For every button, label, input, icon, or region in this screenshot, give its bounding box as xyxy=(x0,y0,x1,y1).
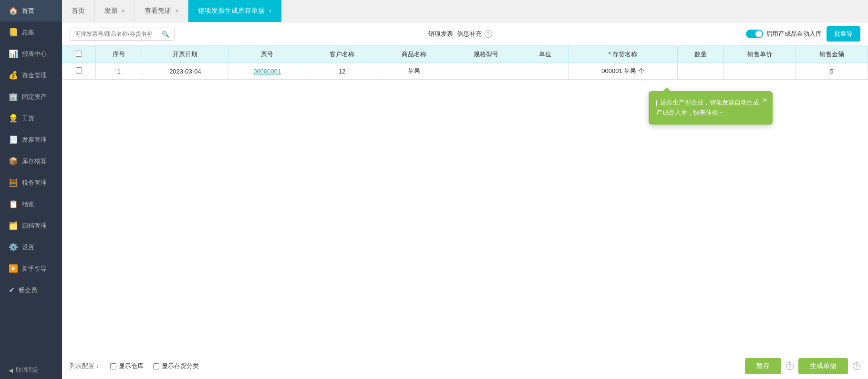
select-all-checkbox[interactable] xyxy=(76,51,82,57)
sidebar-item-home[interactable]: 🏠 首页 xyxy=(0,0,62,21)
cell-inventory: 000001 苹果 个 xyxy=(568,63,678,80)
batch-import-button[interactable]: 批量导 xyxy=(827,26,860,42)
tab-view-voucher[interactable]: 查看凭证 × xyxy=(135,0,188,22)
data-table: 序号 开票日期 票号 客户名称 商品名称 规格型号 单位 * 存货名称 数量 销… xyxy=(62,46,868,80)
col-checkbox xyxy=(62,46,96,63)
cell-spec xyxy=(450,63,522,80)
home-icon: 🏠 xyxy=(9,6,18,15)
payroll-icon: 👷 xyxy=(9,114,18,123)
bottom-bar: 列表配置： 显示仓库 显示存货分类 暂存 ? 生成单据 ? xyxy=(62,353,868,379)
show-warehouse-wrap: 显示仓库 xyxy=(110,362,144,370)
cell-checkbox[interactable] xyxy=(62,63,96,80)
tooltip-popup: 适合生产型企业，销项发票自动生成产成品入库，快来体验～ ✕ xyxy=(649,91,773,125)
ledger-icon: 📒 xyxy=(9,28,18,37)
sidebar-item-settlement[interactable]: 📋 结账 xyxy=(0,193,62,215)
tooltip-close-button[interactable]: ✕ xyxy=(762,95,768,105)
sidebar-item-inventory[interactable]: 📦 库存核算 xyxy=(0,150,62,172)
tab-sale-invoice-stock[interactable]: 销项发票生成库存单据 × xyxy=(188,0,282,22)
col-amount: 销售金额 xyxy=(796,46,868,63)
sidebar: 🏠 首页 📒 总账 📊 报表中心 💰 资金管理 🏢 固定资产 👷 工资 🧾 发票… xyxy=(0,0,62,379)
funds-icon: 💰 xyxy=(9,71,18,80)
save-help-icon[interactable]: ? xyxy=(786,362,794,370)
main-content: 首页 发票 × 查看凭证 × 销项发票生成库存单据 × 🔍 销项发票_信息补充 xyxy=(62,0,868,379)
sidebar-item-fixed-assets[interactable]: 🏢 固定资产 xyxy=(0,86,62,107)
col-qty: 数量 xyxy=(677,46,723,63)
col-price: 销售单价 xyxy=(724,46,796,63)
toolbar-right: 启用产成品自动入库 批量导 xyxy=(746,26,860,42)
show-inventory-category-checkbox[interactable] xyxy=(153,363,159,369)
sidebar-item-guide[interactable]: ▶️ 新手引导 xyxy=(0,258,62,279)
toolbar-left: 🔍 xyxy=(70,28,175,41)
save-button[interactable]: 暂存 xyxy=(745,358,781,374)
member-icon: ✔ xyxy=(9,285,15,295)
table-header-row: 序号 开票日期 票号 客户名称 商品名称 规格型号 单位 * 存货名称 数量 销… xyxy=(62,46,868,63)
show-inventory-category-label: 显示存货分类 xyxy=(162,362,199,370)
tooltip-text: 适合生产型企业，销项发票自动生成产成品入库，快来体验～ xyxy=(656,99,759,116)
toggle-label: 启用产成品自动入库 xyxy=(766,30,822,38)
sidebar-item-tax[interactable]: 🧮 税务管理 xyxy=(0,172,62,193)
search-icon: 🔍 xyxy=(162,31,169,38)
show-inventory-category-wrap: 显示存货分类 xyxy=(153,362,199,370)
settings-icon: ⚙️ xyxy=(9,242,18,252)
col-unit: 单位 xyxy=(522,46,568,63)
inventory-icon: 📦 xyxy=(9,157,18,166)
show-warehouse-label: 显示仓库 xyxy=(119,362,144,370)
cell-unit xyxy=(522,63,568,80)
cell-amount: 5 xyxy=(796,63,868,80)
cell-product: 苹果 xyxy=(378,63,450,80)
sidebar-item-funds[interactable]: 💰 资金管理 xyxy=(0,64,62,86)
generate-button[interactable]: 生成单据 xyxy=(798,358,848,374)
config-label: 列表配置： xyxy=(70,362,101,370)
cell-seq: 1 xyxy=(96,63,142,80)
col-inventory: * 存货名称 xyxy=(568,46,678,63)
archive-icon: 🗂️ xyxy=(9,221,18,230)
info-help-icon[interactable]: ? xyxy=(485,30,492,38)
table-row: 1 2023-03-04 00000001 12 苹果 000001 苹果 个 … xyxy=(62,63,868,80)
content-area: 🔍 销项发票_信息补充 ? 启用产成品自动入库 批量导 xyxy=(62,22,868,379)
tab-invoice-close[interactable]: × xyxy=(122,8,125,14)
cell-date: 2023-03-04 xyxy=(142,63,228,80)
auto-stock-toggle[interactable] xyxy=(746,30,763,38)
table-body: 1 2023-03-04 00000001 12 苹果 000001 苹果 个 … xyxy=(62,63,868,80)
cell-price xyxy=(724,63,796,80)
cell-customer: 12 xyxy=(306,63,378,80)
col-number: 票号 xyxy=(228,46,306,63)
search-input[interactable] xyxy=(75,31,159,37)
settlement-icon: 📋 xyxy=(9,200,18,209)
col-customer: 客户名称 xyxy=(306,46,378,63)
col-product: 商品名称 xyxy=(378,46,450,63)
invoice-mgmt-icon: 🧾 xyxy=(9,135,18,144)
reports-icon: 📊 xyxy=(9,49,18,58)
sidebar-item-archive[interactable]: 🗂️ 归档管理 xyxy=(0,215,62,236)
tab-bar: 首页 发票 × 查看凭证 × 销项发票生成库存单据 × xyxy=(62,0,868,22)
tab-view-voucher-close[interactable]: × xyxy=(175,8,178,14)
bottom-bar-buttons: 暂存 ? 生成单据 ? xyxy=(745,358,860,374)
sidebar-item-ledger[interactable]: 📒 总账 xyxy=(0,21,62,43)
guide-icon: ▶️ xyxy=(9,264,18,273)
sidebar-item-member[interactable]: ✔ 畅会员 xyxy=(0,279,62,301)
left-arrow-icon: ◀ xyxy=(9,367,13,374)
tooltip-cursor xyxy=(656,100,657,106)
info-label: 销项发票_信息补充 xyxy=(428,30,481,38)
generate-help-icon[interactable]: ? xyxy=(853,362,860,370)
toolbar: 🔍 销项发票_信息补充 ? 启用产成品自动入库 批量导 xyxy=(62,22,868,46)
search-box[interactable]: 🔍 xyxy=(70,28,175,41)
tax-icon: 🧮 xyxy=(9,178,18,187)
sidebar-item-invoice-mgmt[interactable]: 🧾 发票管理 xyxy=(0,129,62,150)
cell-number[interactable]: 00000001 xyxy=(228,63,306,80)
fixed-assets-icon: 🏢 xyxy=(9,92,18,101)
col-seq: 序号 xyxy=(96,46,142,63)
sidebar-item-settings[interactable]: ⚙️ 设置 xyxy=(0,236,62,258)
tab-sale-invoice-stock-close[interactable]: × xyxy=(269,8,272,14)
unpin-action[interactable]: ◀ 取消固定 xyxy=(0,361,62,379)
toolbar-center: 销项发票_信息补充 ? xyxy=(428,30,492,38)
col-date: 开票日期 xyxy=(142,46,228,63)
row-checkbox[interactable] xyxy=(76,67,82,74)
sidebar-item-reports[interactable]: 📊 报表中心 xyxy=(0,43,62,64)
tab-home[interactable]: 首页 xyxy=(62,0,95,22)
toggle-wrap: 启用产成品自动入库 xyxy=(746,30,822,38)
tab-invoice[interactable]: 发票 × xyxy=(95,0,135,22)
sidebar-item-payroll[interactable]: 👷 工资 xyxy=(0,107,62,129)
show-warehouse-checkbox[interactable] xyxy=(110,363,116,369)
table-container: 序号 开票日期 票号 客户名称 商品名称 规格型号 单位 * 存货名称 数量 销… xyxy=(62,46,868,353)
